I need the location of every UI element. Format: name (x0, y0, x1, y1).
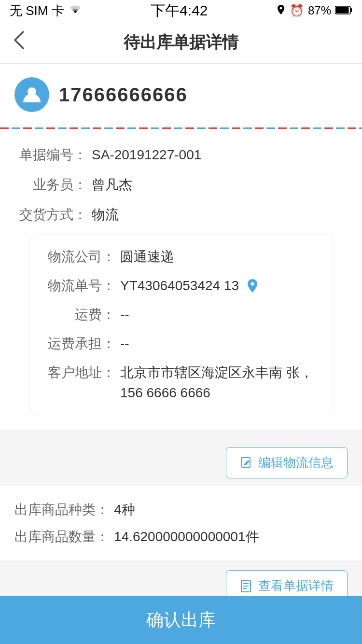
battery-text: 87% (308, 4, 331, 17)
logistics-company-label: 物流公司： (43, 247, 120, 267)
delivery-method-row: 交货方式： 物流 (14, 205, 348, 225)
freight-bear-value: -- (120, 334, 319, 354)
view-btn-label: 查看单据详情 (258, 577, 334, 594)
alarm-icon: ⏰ (290, 4, 304, 17)
freight-label: 运费： (43, 305, 120, 325)
logistics-card: 物流公司： 圆通速递 物流单号： YT43064053424 13 运费： --… (29, 235, 333, 415)
document-no-value: SA-20191227-001 (92, 145, 348, 165)
tracking-no-label: 物流单号： (43, 276, 120, 296)
order-info-section: 单据编号： SA-20191227-001 业务员： 曾凡杰 交货方式： 物流 … (0, 130, 362, 430)
avatar (14, 77, 49, 112)
customer-phone: 17666666666 (59, 84, 188, 106)
edit-icon (240, 456, 253, 470)
tracking-no-value: YT43064053424 13 (120, 276, 319, 296)
goods-types-row: 出库商品种类： 4种 (14, 501, 348, 519)
map-pin-icon[interactable] (245, 278, 260, 294)
salesperson-row: 业务员： 曾凡杰 (14, 175, 348, 195)
document-no-row: 单据编号： SA-20191227-001 (14, 145, 348, 165)
freight-bear-row: 运费承担： -- (43, 334, 319, 354)
goods-quantity-row: 出库商品数量： 14.620000000000001件 (14, 528, 348, 546)
nav-bar: 待出库单据详情 (0, 21, 362, 64)
logistics-company-row: 物流公司： 圆通速递 (43, 247, 319, 267)
goods-section: 出库商品种类： 4种 出库商品数量： 14.620000000000001件 (0, 486, 362, 560)
document-no-label: 单据编号： (14, 145, 92, 165)
salesperson-value: 曾凡杰 (92, 175, 348, 195)
sim-text: 无 SIM 卡 (10, 2, 64, 19)
logistics-company-value: 圆通速递 (120, 247, 319, 267)
status-right: ⏰ 87% (276, 4, 352, 17)
delivery-method-value: 物流 (92, 205, 348, 225)
edit-btn-row: 编辑物流信息 (0, 437, 362, 478)
address-row: 客户地址： 北京市市辖区海淀区永丰南 张，156 6666 6666 (43, 363, 319, 403)
tracking-no-row: 物流单号： YT43064053424 13 (43, 276, 319, 296)
svg-rect-1 (350, 8, 352, 12)
battery-icon (335, 4, 352, 17)
dashed-separator (0, 126, 362, 130)
status-time: 下午4:42 (151, 1, 208, 21)
freight-bear-label: 运费承担： (43, 334, 120, 354)
status-left: 无 SIM 卡 (10, 2, 83, 19)
freight-row: 运费： -- (43, 305, 319, 325)
delivery-method-label: 交货方式： (14, 205, 92, 225)
back-button[interactable] (14, 31, 24, 54)
address-label: 客户地址： (43, 363, 120, 383)
salesperson-label: 业务员： (14, 175, 92, 195)
wifi-icon (68, 3, 83, 18)
confirm-outbound-button[interactable]: 确认出库 (0, 596, 362, 644)
status-bar: 无 SIM 卡 下午4:42 ⏰ 87% (0, 0, 362, 21)
edit-logistics-button[interactable]: 编辑物流信息 (226, 447, 348, 478)
customer-card: 17666666666 (0, 64, 362, 126)
address-value: 北京市市辖区海淀区永丰南 张，156 6666 6666 (120, 363, 319, 403)
goods-types-value: 4种 (114, 501, 348, 519)
document-icon (240, 579, 253, 593)
goods-types-label: 出库商品种类： (14, 501, 114, 519)
confirm-btn-text: 确认出库 (146, 608, 216, 632)
section-gap-1 (0, 478, 362, 486)
location-status-icon (276, 4, 286, 17)
goods-quantity-label: 出库商品数量： (14, 528, 114, 546)
freight-value: -- (120, 305, 319, 325)
goods-quantity-value: 14.620000000000001件 (114, 528, 348, 546)
edit-btn-label: 编辑物流信息 (258, 454, 334, 471)
svg-rect-2 (335, 7, 348, 14)
page-title: 待出库单据详情 (124, 31, 238, 54)
